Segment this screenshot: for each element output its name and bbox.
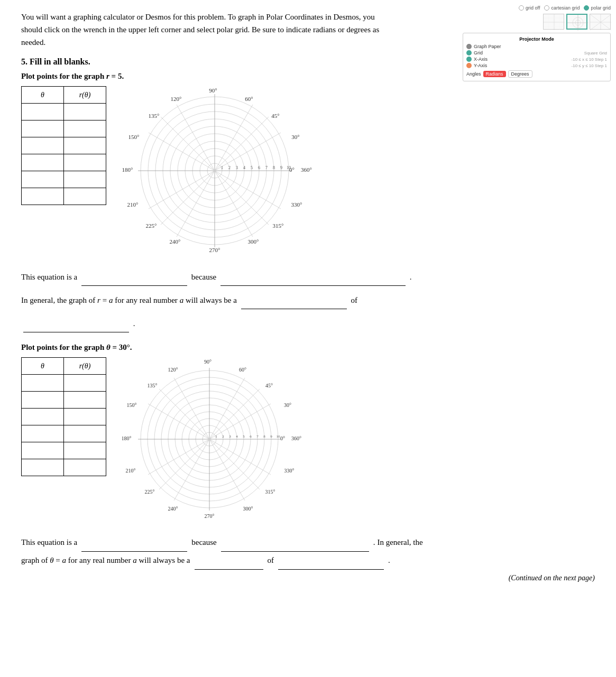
table-row: [22, 425, 106, 442]
polar-radio[interactable]: [584, 5, 589, 11]
svg-text:225°: 225°: [146, 222, 157, 229]
table-row: [22, 171, 106, 188]
grid-off-radio[interactable]: [519, 5, 524, 11]
eq2-label: This equation is a: [21, 534, 77, 551]
y-axis-label: Y-Axis: [474, 63, 569, 68]
polar-grid-btn[interactable]: polar grid: [584, 5, 611, 11]
y-axis-dot: [466, 63, 472, 68]
graph1-subtitle-text: Plot points for the graph r = 5.: [21, 72, 124, 80]
x-axis-row[interactable]: X-Axis -10 ≤ x ≤ 10 Step 1: [466, 57, 607, 62]
svg-text:135°: 135°: [149, 113, 160, 119]
blank-because-answer[interactable]: [220, 268, 406, 286]
because-label: because: [191, 273, 216, 281]
table-row: [22, 188, 106, 205]
graph1-fill-line2: In general, the graph of r = a for any r…: [21, 291, 595, 309]
cell: [64, 104, 106, 120]
graph-paper-dot: [466, 44, 472, 49]
grid-label: Grid: [474, 50, 582, 55]
table2-header-r: r(θ): [64, 358, 106, 375]
x-axis-range: -10 ≤ x ≤ 10 Step 1: [572, 57, 607, 62]
period3: .: [373, 534, 375, 551]
grid-thumb-3[interactable]: [590, 14, 611, 30]
period: .: [410, 273, 412, 281]
graph1-fill-line1: This equation is a because .: [21, 268, 595, 286]
svg-text:120°: 120°: [168, 367, 178, 373]
graph-of-label: graph of θ = a for any real number a wil…: [21, 552, 190, 569]
svg-text:330°: 330°: [291, 201, 302, 208]
graph-paper-label: Graph Paper: [474, 44, 607, 49]
cell: [22, 188, 64, 205]
table-row: [22, 459, 106, 476]
graph-paper-section: Graph Paper Grid Square Grid X-Axis -10 …: [466, 44, 607, 68]
graph1-fill-line3: .: [21, 314, 595, 332]
table1-header-r: r(θ): [64, 87, 106, 104]
cartesian-grid-btn[interactable]: cartesian grid: [544, 5, 580, 11]
cell: [64, 120, 106, 137]
blank-equation-type[interactable]: [81, 268, 187, 286]
blank-gen2-cont[interactable]: [278, 552, 384, 570]
table2-header-theta: θ: [22, 358, 64, 375]
svg-text:60°: 60°: [239, 367, 246, 373]
svg-text:225°: 225°: [145, 489, 155, 495]
svg-text:315°: 315°: [265, 489, 275, 495]
svg-text:5: 5: [243, 434, 245, 439]
cell: [22, 409, 64, 425]
cell: [22, 171, 64, 188]
table-row: [22, 137, 106, 154]
svg-text:5: 5: [251, 165, 253, 170]
graph1-table: θ r(θ): [21, 86, 106, 205]
svg-text:330°: 330°: [284, 468, 295, 474]
table-row: [22, 104, 106, 120]
svg-text:30°: 30°: [284, 402, 291, 408]
grid-toggle-row: grid off cartesian grid polar grid: [463, 5, 611, 11]
cell: [64, 425, 106, 442]
table-row: [22, 154, 106, 171]
grid-row[interactable]: Grid Square Grid: [466, 50, 607, 55]
svg-text:360°: 360°: [291, 435, 301, 441]
grid-thumb-2[interactable]: [566, 14, 587, 30]
table-row: [22, 375, 106, 392]
grid-off-label: grid off: [526, 5, 540, 11]
table-row: [22, 442, 106, 459]
cell: [64, 459, 106, 476]
cartesian-label: cartesian grid: [551, 5, 580, 11]
graph2-fill-row2: graph of θ = a for any real number a wil…: [21, 552, 595, 570]
blank-eq2-type[interactable]: [81, 534, 187, 552]
degrees-button[interactable]: Degrees: [508, 70, 532, 78]
svg-text:315°: 315°: [273, 222, 284, 229]
svg-text:2: 2: [228, 165, 231, 170]
svg-text:180°: 180°: [122, 166, 133, 173]
table-row: [22, 120, 106, 137]
cell: [22, 375, 64, 392]
cell: [64, 442, 106, 459]
svg-text:2: 2: [222, 434, 224, 439]
graph1-content: θ r(θ): [21, 86, 595, 257]
equation-is-a-label: This equation is a: [21, 273, 77, 281]
svg-text:270°: 270°: [209, 247, 220, 253]
blank-gen2-type[interactable]: [195, 552, 263, 570]
grid-thumb-1[interactable]: [543, 14, 564, 30]
svg-text:90°: 90°: [209, 87, 217, 94]
grid-off-btn[interactable]: grid off: [519, 5, 540, 11]
cell: [22, 425, 64, 442]
graph2-fill-row1: This equation is a because . In general,…: [21, 534, 595, 552]
svg-text:135°: 135°: [148, 383, 158, 388]
blank-because2[interactable]: [221, 534, 369, 552]
svg-text:8: 8: [263, 434, 265, 439]
svg-text:240°: 240°: [170, 238, 181, 245]
svg-text:6: 6: [250, 434, 252, 439]
y-axis-row[interactable]: Y-Axis -10 ≤ y ≤ 10 Step 1: [466, 63, 607, 68]
svg-text:240°: 240°: [168, 506, 178, 512]
svg-text:0°: 0°: [289, 166, 295, 173]
svg-text:7: 7: [256, 434, 259, 439]
cell: [64, 137, 106, 154]
blank-general-cont[interactable]: [23, 314, 129, 332]
cell: [64, 188, 106, 205]
polar-chart-1: 1 2 3 4 5 6 7 8 9 10 90° 60° 120° 135° 4…: [122, 86, 344, 257]
cartesian-radio[interactable]: [544, 5, 549, 11]
projector-mode-label: Projector Mode: [466, 36, 607, 42]
radians-button[interactable]: Radians: [483, 71, 506, 77]
svg-text:9: 9: [270, 434, 272, 439]
blank-general-type[interactable]: [241, 291, 347, 309]
graph2-table: θ r(θ): [21, 357, 106, 476]
